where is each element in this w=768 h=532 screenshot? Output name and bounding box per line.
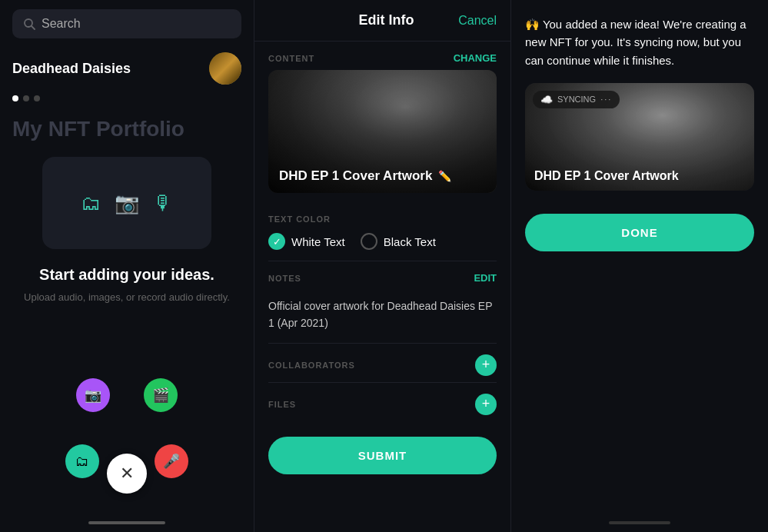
profile-name: Deadhead Daisies — [12, 61, 131, 77]
edit-info-header: Edit Info Cancel — [254, 0, 510, 42]
text-color-options: ✓ White Text Black Text — [254, 230, 510, 261]
syncing-badge: ☁️ SYNCING ··· — [533, 91, 620, 108]
dot-active[interactable] — [12, 95, 18, 101]
nft-card: ☁️ SYNCING ··· DHD EP 1 Cover Artwork — [525, 83, 754, 191]
camera-icon: 📷 — [115, 191, 139, 215]
white-text-check: ✓ — [268, 233, 285, 250]
fab-folder-button[interactable]: 🗂 — [65, 444, 99, 478]
dot-inactive-2[interactable] — [34, 95, 40, 101]
black-text-label: Black Text — [384, 235, 436, 248]
fab-close-button[interactable]: ✕ — [107, 454, 147, 494]
video-fab-icon: 🎬 — [152, 387, 169, 404]
black-text-check — [361, 233, 377, 250]
pencil-icon[interactable]: ✏️ — [438, 170, 451, 182]
add-collaborator-button[interactable]: + — [475, 354, 497, 376]
folder-fab-icon: 🗂 — [75, 454, 89, 470]
fab-mic-button[interactable]: 🎤 — [155, 444, 188, 478]
collaborators-label: COLLABORATORS — [268, 361, 355, 370]
start-title: Start adding your ideas. — [12, 266, 241, 284]
white-text-label: White Text — [291, 235, 345, 248]
notification-text: 🙌 You added a new idea! We're creating a… — [525, 15, 754, 69]
check-mark-icon: ✓ — [273, 236, 281, 248]
edit-notes-button[interactable]: EDIT — [474, 272, 497, 284]
notes-content: Official cover artwork for Deadhead Dais… — [254, 290, 510, 343]
profile-row: Deadhead Daisies — [12, 52, 241, 85]
content-title-text: DHD EP 1 Cover Artwork — [279, 168, 432, 184]
notes-section-header: NOTES EDIT — [254, 261, 510, 290]
fab-area: 📷 🎬 🗂 🎤 ✕ — [65, 371, 188, 494]
avatar[interactable] — [209, 52, 241, 85]
page-dots — [12, 95, 241, 101]
cloud-icon: ☁️ — [540, 94, 553, 105]
fab-video-button[interactable]: 🎬 — [144, 378, 178, 412]
add-file-button[interactable]: + — [475, 394, 497, 415]
bottom-bar-indicator — [609, 521, 670, 524]
bottom-bar-indicator — [88, 521, 165, 524]
camera-fab-icon: 📷 — [85, 387, 101, 404]
upload-box: 🗂 📷 🎙 — [42, 157, 211, 249]
panel-notification: 🙌 You added a new idea! We're creating a… — [511, 0, 768, 532]
mic-icon: 🎙 — [153, 191, 173, 215]
nft-card-title: DHD EP 1 Cover Artwork — [534, 169, 679, 183]
panel-edit-info: Edit Info Cancel CONTENT CHANGE DHD EP 1… — [254, 0, 511, 532]
done-button[interactable]: DONE — [525, 214, 754, 251]
black-text-option[interactable]: Black Text — [361, 233, 436, 250]
search-icon — [23, 18, 35, 30]
search-bar[interactable]: Search — [12, 9, 241, 38]
white-text-option[interactable]: ✓ White Text — [268, 233, 345, 250]
close-icon: ✕ — [120, 464, 134, 484]
content-section-header: CONTENT CHANGE — [254, 42, 510, 70]
collaborators-section-header: COLLABORATORS + — [254, 344, 510, 382]
mic-fab-icon: 🎤 — [163, 453, 180, 470]
content-section-label: CONTENT — [268, 54, 314, 63]
portfolio-title: My NFT Portfolio — [12, 117, 241, 141]
syncing-label: SYNCING — [557, 95, 596, 104]
panel-portfolio: Search Deadhead Daisies My NFT Portfolio… — [0, 0, 254, 532]
nft-card-image: ☁️ SYNCING ··· DHD EP 1 Cover Artwork — [525, 83, 754, 191]
files-section-header: FILES + — [254, 383, 510, 421]
content-image: DHD EP 1 Cover Artwork ✏️ — [268, 70, 497, 193]
sync-dots: ··· — [600, 95, 612, 104]
submit-button[interactable]: SUBMIT — [268, 437, 497, 474]
files-label: FILES — [268, 400, 296, 409]
content-image-title-area: DHD EP 1 Cover Artwork ✏️ — [268, 159, 497, 193]
start-subtitle: Upload audio, images, or record audio di… — [12, 290, 241, 305]
svg-line-1 — [32, 26, 35, 29]
folder-icon: 🗂 — [81, 191, 101, 215]
search-placeholder: Search — [42, 17, 81, 31]
fab-camera-button[interactable]: 📷 — [76, 378, 110, 412]
text-color-label: TEXT COLOR — [254, 204, 510, 230]
dot-inactive-1[interactable] — [23, 95, 29, 101]
notes-section-label: NOTES — [268, 274, 301, 283]
page-title: Edit Info — [314, 12, 458, 28]
change-button[interactable]: CHANGE — [454, 52, 497, 64]
cancel-button[interactable]: Cancel — [458, 14, 497, 28]
